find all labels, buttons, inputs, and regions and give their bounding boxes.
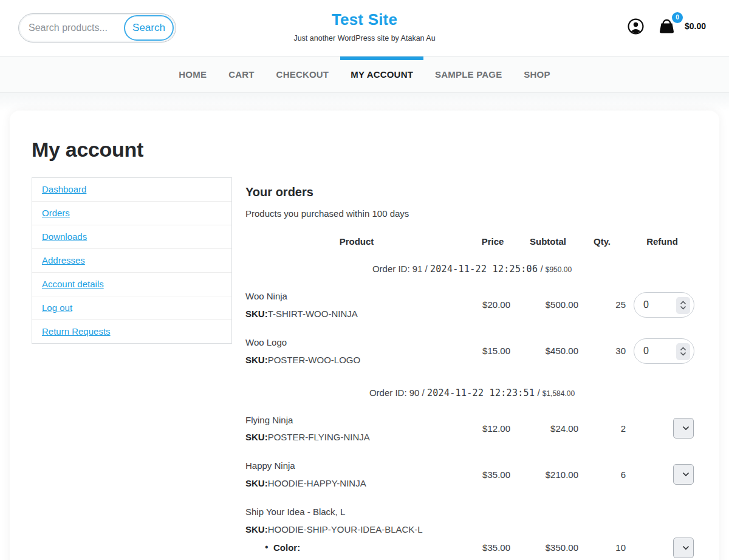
refund-quantity-input[interactable] bbox=[634, 346, 668, 357]
sku-label: SKU: bbox=[245, 478, 268, 488]
product-sku: SKU:T-SHIRT-WOO-NINJA bbox=[245, 309, 468, 319]
order-group-header: Order ID: 90 / 2024-11-22 12:23:51 / $1,… bbox=[245, 374, 699, 406]
sidebar-item-dashboard: Dashboard bbox=[32, 178, 231, 202]
product-sku: SKU:HOODIE-HAPPY-NINJA bbox=[245, 478, 468, 488]
subtotal-cell: $24.00 bbox=[518, 423, 578, 434]
product-cell: Happy Ninja SKU:HOODIE-HAPPY-NINJA bbox=[245, 458, 468, 491]
number-stepper[interactable] bbox=[676, 343, 690, 360]
product-cell: Ship Your Idea - Black, L SKU:HOODIE-SHI… bbox=[245, 504, 468, 560]
price-cell: $35.00 bbox=[468, 470, 518, 480]
site-branding: Test Site Just another WordPress site by… bbox=[0, 10, 729, 43]
product-name: Flying Ninja bbox=[245, 415, 468, 426]
order-group-header: Order ID: 91 / 2024-11-22 12:25:06 / $95… bbox=[245, 250, 699, 282]
sidebar-link-log-out[interactable]: Log out bbox=[32, 296, 231, 319]
product-cell: Woo Ninja SKU:T-SHIRT-WOO-NINJA bbox=[245, 289, 468, 321]
sidebar-item-orders: Orders bbox=[32, 202, 231, 225]
refund-quantity-select[interactable] bbox=[673, 418, 694, 439]
site-title-link[interactable]: Test Site bbox=[332, 10, 397, 29]
qty-cell: 6 bbox=[578, 470, 626, 480]
sku-label: SKU: bbox=[245, 309, 268, 319]
order-item-row: Happy Ninja SKU:HOODIE-HAPPY-NINJA $35.0… bbox=[245, 451, 699, 497]
order-item-row: Woo Ninja SKU:T-SHIRT-WOO-NINJA $20.00 $… bbox=[245, 282, 699, 328]
your-orders-section: Your orders Products you purchased withi… bbox=[245, 177, 699, 560]
sidebar-link-account-details[interactable]: Account details bbox=[32, 273, 231, 296]
separator: / bbox=[537, 388, 539, 398]
orders-table: Product Price Subtotal Qty. Refund Order… bbox=[245, 231, 699, 560]
nav-item-my-account[interactable]: MY ACCOUNT bbox=[351, 56, 413, 92]
sidebar-link-orders[interactable]: Orders bbox=[32, 202, 231, 225]
sku-value: POSTER-WOO-LOGO bbox=[268, 355, 361, 365]
site-tagline: Just another WordPress site by Atakan Au bbox=[0, 34, 729, 43]
order-id-label: Order ID: 90 / bbox=[369, 388, 425, 398]
product-cell: Flying Ninja SKU:POSTER-FLYING-NINJA bbox=[245, 412, 468, 445]
refund-quantity-select[interactable] bbox=[673, 464, 694, 485]
cart-widget[interactable]: 0 $0.00 bbox=[657, 18, 706, 35]
product-name: Happy Ninja bbox=[245, 460, 468, 472]
product-name: Ship Your Idea - Black, L bbox=[245, 507, 468, 518]
refund-cell bbox=[626, 464, 699, 485]
subtotal-cell: $210.00 bbox=[518, 470, 578, 480]
sku-label: SKU: bbox=[245, 432, 268, 442]
qty-cell: 2 bbox=[578, 423, 626, 434]
table-header-row: Product Price Subtotal Qty. Refund bbox=[245, 231, 699, 250]
refund-cell bbox=[626, 338, 699, 364]
qty-cell: 30 bbox=[578, 346, 626, 356]
sidebar-link-downloads[interactable]: Downloads bbox=[32, 225, 231, 248]
primary-nav: HOME CART CHECKOUT MY ACCOUNT SAMPLE PAG… bbox=[0, 56, 729, 93]
subtotal-cell: $350.00 bbox=[518, 542, 578, 553]
product-sku: SKU:POSTER-WOO-LOGO bbox=[245, 355, 468, 365]
order-id-label: Order ID: 91 / bbox=[372, 264, 428, 274]
product-sku: SKU:HOODIE-SHIP-YOUR-IDEA-BLACK-L bbox=[245, 524, 468, 534]
number-stepper[interactable] bbox=[676, 297, 690, 314]
account-icon[interactable] bbox=[628, 18, 644, 35]
cart-count-badge: 0 bbox=[672, 12, 683, 23]
order-item-row: Flying Ninja SKU:POSTER-FLYING-NINJA $12… bbox=[245, 406, 699, 452]
sku-value: HOODIE-SHIP-YOUR-IDEA-BLACK-L bbox=[268, 524, 423, 534]
refund-quantity-input[interactable] bbox=[634, 299, 668, 310]
orders-subtitle: Products you purchased within 100 days bbox=[245, 208, 699, 219]
refund-cell bbox=[626, 538, 699, 558]
sku-value: HOODIE-HAPPY-NINJA bbox=[268, 478, 366, 488]
my-account-card: My account Dashboard Orders Downloads Ad… bbox=[10, 111, 719, 560]
nav-item-home[interactable]: HOME bbox=[179, 56, 207, 92]
sidebar-item-log-out: Log out bbox=[32, 296, 231, 320]
content-area: My account Dashboard Orders Downloads Ad… bbox=[0, 93, 729, 560]
product-cell: Woo Logo SKU:POSTER-WOO-LOGO bbox=[245, 335, 468, 367]
refund-quantity-select[interactable] bbox=[673, 538, 694, 558]
nav-item-sample-page[interactable]: SAMPLE PAGE bbox=[435, 56, 502, 92]
price-cell: $35.00 bbox=[468, 542, 518, 553]
refund-cell bbox=[626, 292, 699, 318]
nav-item-checkout[interactable]: CHECKOUT bbox=[276, 56, 329, 92]
subtotal-cell: $450.00 bbox=[518, 346, 578, 356]
order-group-90: Order ID: 90 / 2024-11-22 12:23:51 / $1,… bbox=[245, 374, 699, 406]
sku-value: POSTER-FLYING-NINJA bbox=[268, 432, 370, 442]
nav-item-cart[interactable]: CART bbox=[228, 56, 254, 92]
product-sku: SKU:POSTER-FLYING-NINJA bbox=[245, 432, 468, 442]
order-datetime: 2024-11-22 12:25:06 bbox=[430, 264, 538, 275]
sidebar-link-addresses[interactable]: Addresses bbox=[32, 249, 231, 272]
qty-cell: 25 bbox=[578, 299, 626, 310]
sidebar-link-return-requests[interactable]: Return Requests bbox=[32, 320, 231, 343]
subtotal-cell: $500.00 bbox=[518, 299, 578, 310]
sidebar-item-downloads: Downloads bbox=[32, 225, 231, 249]
orders-title: Your orders bbox=[245, 185, 699, 199]
sku-label: SKU: bbox=[245, 524, 268, 534]
col-header-product: Product bbox=[245, 231, 468, 250]
col-header-price: Price bbox=[468, 231, 518, 250]
header-actions: 0 $0.00 bbox=[628, 18, 706, 35]
page-title: My account bbox=[32, 138, 699, 162]
order-item-row: Ship Your Idea - Black, L SKU:HOODIE-SHI… bbox=[245, 497, 699, 560]
qty-cell: 10 bbox=[578, 542, 626, 553]
price-cell: $20.00 bbox=[468, 299, 518, 310]
attribute-label: Color: bbox=[273, 542, 300, 553]
sidebar-item-account-details: Account details bbox=[32, 273, 231, 296]
product-name: Woo Logo bbox=[245, 337, 468, 349]
handbag-icon: 0 bbox=[657, 18, 676, 35]
col-header-refund: Refund bbox=[626, 231, 699, 250]
sidebar-link-dashboard[interactable]: Dashboard bbox=[32, 178, 231, 201]
refund-cell bbox=[626, 418, 699, 439]
nav-item-shop[interactable]: SHOP bbox=[524, 56, 550, 92]
order-total: $950.00 bbox=[546, 265, 572, 274]
account-sidebar: Dashboard Orders Downloads Addresses Acc… bbox=[32, 177, 232, 344]
col-header-subtotal: Subtotal bbox=[518, 231, 578, 250]
